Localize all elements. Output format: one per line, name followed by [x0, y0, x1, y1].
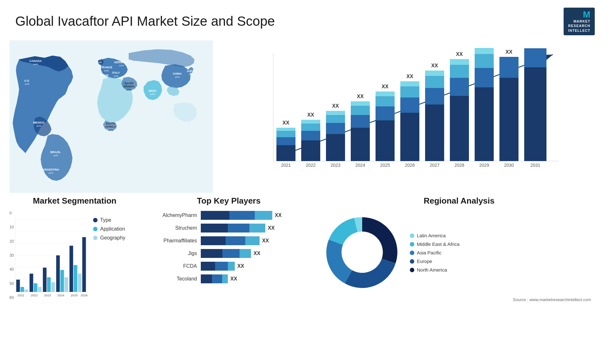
svg-rect-77	[499, 57, 518, 78]
svg-text:2021: 2021	[281, 163, 291, 168]
player-name-alchemypharm: AlchemyPharm	[152, 212, 197, 218]
svg-rect-22	[276, 145, 295, 161]
svg-rect-76	[499, 78, 518, 161]
svg-text:2029: 2029	[479, 163, 489, 168]
player-row-jigs: Jigs XX	[152, 249, 305, 258]
players-section: Top Key Players AlchemyPharm XX Struchem	[149, 196, 308, 317]
bar-chart-section: XX 2021 XX 2022 XX 2023	[219, 40, 600, 193]
svg-rect-52	[400, 113, 419, 161]
map-section: CANADA xx% U.S. xx% MEXICO xx% BRAZIL xx…	[10, 40, 213, 193]
regional-container: Latin America Middle East & Africa Asia …	[315, 211, 604, 295]
map-label-southafrica: SOUTH	[105, 122, 116, 125]
regional-section: Regional Analysis	[315, 196, 604, 317]
svg-rect-59	[425, 88, 444, 104]
map-label-uk: U.K.	[97, 57, 102, 61]
svg-text:2024: 2024	[355, 163, 365, 168]
svg-text:XX: XX	[282, 120, 289, 125]
svg-text:xx%: xx%	[189, 73, 193, 76]
map-label-us: U.S.	[24, 79, 30, 82]
legend-type-dot	[93, 218, 98, 222]
legend-app-label: Application	[100, 226, 125, 232]
legend-europe-label: Europe	[417, 259, 432, 264]
svg-rect-37	[326, 111, 345, 115]
player-name-pharmaffiliates: Pharmaffiliates	[152, 238, 197, 244]
svg-text:2022: 2022	[306, 163, 315, 168]
legend-middle-east-dot	[410, 242, 414, 246]
map-label-spain: SPAIN	[100, 74, 109, 77]
map-label-canada: CANADA	[30, 59, 42, 63]
player-row-alchemypharm: AlchemyPharm XX	[152, 211, 305, 220]
svg-text:XX: XX	[431, 63, 438, 68]
svg-rect-105	[74, 265, 78, 292]
svg-rect-35	[326, 123, 345, 134]
legend-application: Application	[93, 226, 125, 232]
seg-bars-svg: 2021 2022 2023 2024 2025 2026	[15, 211, 88, 300]
svg-text:xx%: xx%	[102, 77, 106, 80]
svg-text:xx%: xx%	[48, 172, 53, 174]
page-title: Global Ivacaftor API Market Size and Sco…	[15, 14, 275, 29]
player-row-tecoland: Tecoland XX	[152, 274, 305, 283]
legend-geo-dot	[93, 236, 98, 240]
svg-text:xx%: xx%	[175, 76, 180, 78]
player-row-fcda: FCDA XX	[152, 262, 305, 271]
player-value-alchemypharm: XX	[275, 212, 281, 218]
svg-text:xx%: xx%	[97, 61, 102, 64]
svg-text:xx%: xx%	[126, 88, 131, 91]
legend-europe: Europe	[410, 259, 459, 264]
player-name-struchem: Struchem	[152, 225, 197, 231]
svg-text:2025: 2025	[380, 163, 390, 168]
player-row-struchem: Struchem XX	[152, 224, 305, 233]
svg-rect-47	[376, 106, 395, 120]
svg-text:2031: 2031	[530, 163, 540, 168]
svg-rect-58	[425, 104, 444, 161]
svg-rect-48	[376, 96, 395, 106]
svg-text:2026: 2026	[81, 293, 88, 297]
svg-rect-66	[450, 65, 469, 78]
map-label-brazil: BRAZIL	[51, 151, 61, 154]
svg-rect-30	[301, 124, 320, 131]
svg-rect-49	[376, 91, 395, 96]
svg-rect-46	[376, 120, 395, 161]
legend-type: Type	[93, 217, 125, 223]
svg-text:2026: 2026	[405, 163, 415, 168]
map-label-italy: ITALY	[112, 71, 120, 74]
donut-chart-wrapper	[321, 211, 403, 295]
legend-asia-pacific: Asia Pacific	[410, 250, 459, 255]
svg-text:xx%: xx%	[108, 129, 113, 131]
players-list: AlchemyPharm XX Struchem	[149, 211, 308, 283]
svg-text:xx%: xx%	[104, 69, 109, 72]
svg-rect-42	[351, 106, 370, 115]
svg-rect-29	[301, 131, 320, 140]
world-map-svg: CANADA xx% U.S. xx% MEXICO xx% BRAZIL xx…	[10, 40, 213, 193]
map-label-france: FRANCE	[100, 66, 112, 69]
svg-text:2027: 2027	[430, 163, 439, 168]
legend-asia-pacific-label: Asia Pacific	[417, 250, 442, 255]
map-label-argentina: ARGENTINA	[42, 168, 59, 171]
svg-rect-24	[276, 131, 295, 137]
svg-rect-54	[400, 86, 419, 98]
svg-rect-80	[524, 67, 546, 161]
svg-rect-106	[78, 273, 82, 292]
svg-rect-95	[30, 273, 33, 292]
donut-hole	[342, 232, 383, 273]
svg-rect-60	[425, 76, 444, 88]
svg-rect-64	[450, 96, 469, 161]
legend-latin-america-label: Latin America	[417, 233, 446, 238]
svg-text:XX: XX	[382, 84, 389, 89]
player-row-pharmaffiliates: Pharmaffiliates XX	[152, 236, 305, 245]
svg-text:XX: XX	[505, 49, 512, 55]
svg-text:xx%: xx%	[24, 83, 29, 85]
players-title: Top Key Players	[149, 196, 308, 206]
legend-europe-dot	[410, 259, 414, 264]
svg-text:xx%: xx%	[150, 93, 155, 96]
svg-text:2024: 2024	[58, 293, 64, 297]
map-label-mexico: MEXICO	[33, 121, 44, 124]
svg-rect-98	[43, 267, 47, 292]
svg-rect-36	[326, 115, 345, 123]
svg-text:XX: XX	[357, 94, 364, 99]
svg-rect-53	[400, 98, 419, 113]
legend-latin-america: Latin America	[410, 233, 459, 238]
legend-north-america-label: North America	[417, 267, 447, 273]
player-name-jigs: Jigs	[152, 251, 197, 256]
svg-rect-100	[51, 282, 55, 292]
